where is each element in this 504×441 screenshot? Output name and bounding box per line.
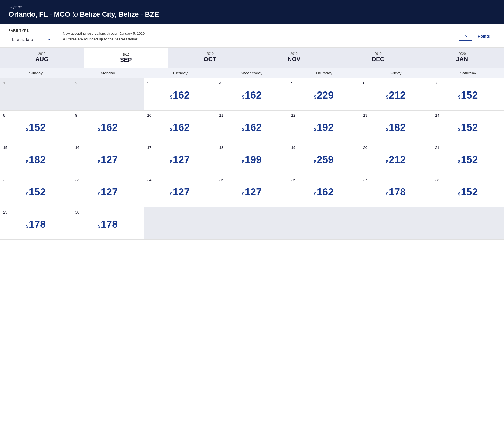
cal-cell-day[interactable]: 7$152 [432,78,504,111]
fare-amount: 162 [317,187,334,197]
month-tab-aug[interactable]: 2019AUG [0,48,84,68]
cal-cell-day[interactable]: 18$199 [216,143,288,175]
cal-cell-day[interactable]: 11$162 [216,111,288,143]
day-number: 13 [363,113,429,118]
calendar-grid: 123$1624$1625$2296$2127$1528$1529$16210$… [0,78,504,240]
month-tab-dec[interactable]: 2019DEC [336,48,420,68]
to-word: to [72,10,80,18]
dollar-sign-icon: $ [98,127,100,132]
fare-display: $212 [363,90,429,100]
cal-cell-day[interactable]: 12$192 [288,111,360,143]
cal-cell-day[interactable]: 28$152 [432,175,504,207]
cal-cell-day[interactable]: 5$229 [288,78,360,111]
cal-cell-day[interactable]: 21$152 [432,143,504,175]
cal-cell-day[interactable]: 16$127 [72,143,144,175]
cal-cell-day[interactable]: 23$127 [72,175,144,207]
day-number: 19 [291,145,357,150]
day-number: 17 [147,145,213,150]
fare-amount: 127 [101,187,118,197]
cal-cell-day[interactable]: 29$178 [0,207,72,240]
cal-cell-day[interactable]: 30$178 [72,207,144,240]
fare-amount: 152 [461,187,478,197]
day-number: 5 [291,81,357,85]
cal-cell-day[interactable]: 25$127 [216,175,288,207]
cal-cell-day[interactable]: 9$162 [72,111,144,143]
dow-cell-thursday: Thursday [288,68,360,78]
origin: Orlando, FL - MCO [9,10,70,18]
cal-cell-day[interactable]: 6$212 [360,78,432,111]
cal-cell-day[interactable]: 20$212 [360,143,432,175]
points-button[interactable]: Points [472,31,495,41]
cal-cell-empty [216,207,288,240]
fare-amount: 178 [389,187,406,197]
month-tab-year: 2020 [422,52,502,56]
day-number: 24 [147,178,213,182]
month-tab-jan[interactable]: 2020JAN [420,48,504,68]
fare-display: $162 [219,122,285,133]
day-number: 30 [75,210,141,214]
dollar-sign-icon: $ [314,127,316,132]
dollar-sign-icon: $ [242,159,244,164]
dollar-sign-icon: $ [26,224,28,229]
fare-amount: 152 [29,122,46,133]
cal-cell-day[interactable]: 4$162 [216,78,288,111]
cal-cell-day[interactable]: 27$178 [360,175,432,207]
fare-display: $127 [147,155,213,165]
departs-label: Departs [9,5,495,9]
fare-type-wrapper: FARE TYPE Lowest fare ▼ [9,29,54,44]
dollar-sign-icon: $ [26,127,28,132]
cal-cell-day[interactable]: 26$162 [288,175,360,207]
cal-cell-empty [360,207,432,240]
fare-amount: 182 [29,155,46,165]
cal-cell-day[interactable]: 19$259 [288,143,360,175]
month-tab-sep[interactable]: 2019SEP [84,48,168,68]
dow-cell-monday: Monday [72,68,144,78]
page-header: Departs Orlando, FL - MCO to Belize City… [0,0,504,24]
dollar-sign-icon: $ [26,159,28,164]
fare-display: $162 [147,90,213,100]
cal-cell-day[interactable]: 24$127 [144,175,216,207]
fare-display: $152 [435,90,501,100]
fare-display: $199 [219,155,285,165]
dollar-sign-icon: $ [314,95,316,100]
fare-display: $127 [219,187,285,197]
cal-cell-day[interactable]: 14$152 [432,111,504,143]
cal-cell-day[interactable]: 17$127 [144,143,216,175]
fare-amount: 212 [389,155,406,165]
fare-display: $152 [3,122,69,133]
fare-type-label: FARE TYPE [9,29,54,33]
month-tab-nov[interactable]: 2019NOV [252,48,336,68]
dollar-sign-icon: $ [242,95,244,100]
month-tab-year: 2019 [2,52,82,56]
fare-amount: 127 [101,155,118,165]
dollar-sign-icon: $ [386,159,388,164]
fare-display: $152 [435,187,501,197]
day-number: 2 [75,81,141,85]
fare-display: $127 [75,155,141,165]
dollar-sign-icon: $ [98,192,100,197]
month-tab-oct[interactable]: 2019OCT [168,48,252,68]
day-number: 1 [3,81,69,85]
dollar-sign-icon: $ [170,159,172,164]
fare-type-dropdown[interactable]: Lowest fare ▼ [9,35,54,44]
cal-cell-day[interactable]: 13$182 [360,111,432,143]
fare-display: $127 [147,187,213,197]
cal-cell-day[interactable]: 22$152 [0,175,72,207]
fare-display: $152 [435,155,501,165]
dollar-sign-icon: $ [458,127,460,132]
dollar-sign-icon: $ [386,192,388,197]
route-title: Orlando, FL - MCO to Belize City, Belize… [9,10,495,19]
fare-amount: 162 [173,122,190,133]
cal-cell-day[interactable]: 3$162 [144,78,216,111]
cal-cell-day[interactable]: 15$182 [0,143,72,175]
day-number: 14 [435,113,501,118]
day-number: 29 [3,210,69,214]
fare-amount: 127 [173,187,190,197]
month-tabs: 2019AUG2019SEP2019OCT2019NOV2019DEC2020J… [0,48,504,68]
cal-cell-day[interactable]: 8$152 [0,111,72,143]
day-number: 18 [219,145,285,150]
cal-cell-day[interactable]: 10$162 [144,111,216,143]
dollar-button[interactable]: $ [459,31,472,41]
fare-amount: 152 [461,155,478,165]
fare-display: $162 [147,122,213,133]
